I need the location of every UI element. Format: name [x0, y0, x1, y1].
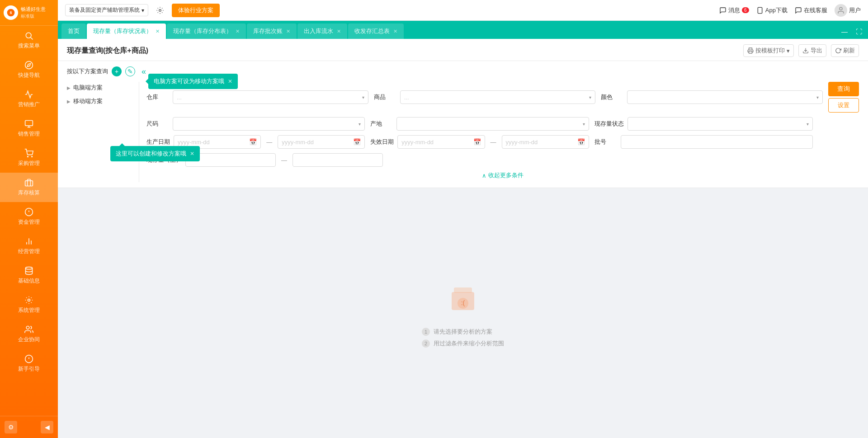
collapse-sidebar-btn[interactable]: ◀ — [41, 421, 53, 433]
tab-close-inventory-dist[interactable]: ✕ — [236, 28, 240, 34]
origin-dropdown-icon: ▾ — [583, 122, 585, 127]
empty-icon: :( — [443, 278, 483, 320]
filter-body: ▶ 电脑端方案 ▶ 移动端方案 — [67, 82, 859, 182]
print-btn[interactable]: 按模板打印 ▾ — [743, 44, 794, 57]
tip-num-2: 2 — [422, 339, 430, 348]
collapse-filter-btn[interactable]: ∧ 收起更多条件 — [146, 169, 859, 182]
filter-label: 按以下方案查询 — [67, 67, 108, 75]
warehouse-select[interactable]: ... ▾ — [173, 90, 368, 104]
tip-text-2: 用过滤条件来缩小分析范围 — [434, 339, 504, 348]
tab-actions: — ⛶ — [839, 26, 864, 39]
produce-date-end[interactable]: yyyy-mm-dd 📅 — [278, 135, 365, 149]
svg-rect-28 — [749, 51, 752, 53]
edit-scheme-btn[interactable]: ✎ — [125, 66, 135, 76]
sidebar-item-quick[interactable]: 快捷导航 — [0, 55, 58, 85]
sidebar-item-enterprise[interactable]: 企业协同 — [0, 320, 58, 349]
batch-input[interactable] — [621, 135, 813, 149]
user-area[interactable]: 用户 — [835, 4, 861, 17]
goods-dropdown-icon: ▾ — [589, 95, 591, 100]
expire-date-start[interactable]: yyyy-mm-dd 📅 — [397, 135, 485, 149]
app-download-label: App下载 — [765, 6, 788, 14]
add-scheme-btn[interactable]: + — [112, 66, 122, 76]
logo-text: 畅通好生意 — [21, 6, 46, 13]
user-label: 用户 — [849, 6, 861, 14]
sidebar-item-finance[interactable]: 资金管理 — [0, 202, 58, 231]
origin-select[interactable]: ▾ — [396, 117, 589, 131]
sidebar-item-system[interactable]: 系统管理 — [0, 290, 58, 320]
tab-close-in-out-flow[interactable]: ✕ — [337, 28, 341, 34]
arrow-icon: ▶ — [67, 85, 71, 90]
svg-text:6: 6 — [10, 10, 12, 15]
filter-row-3: 生产日期 yyyy-mm-dd 📅 — yyyy-mm-dd 📅 — [146, 135, 859, 149]
tab-batch-account[interactable]: 库存批次账 ✕ — [247, 24, 297, 39]
content-area: 现存量查询(按仓库+商品) 按模板打印 ▾ 导出 刷新 — [58, 39, 868, 438]
online-support-label: 在线客服 — [804, 6, 827, 14]
refresh-btn[interactable]: 刷新 — [831, 44, 859, 57]
sidebar: 6 畅通好生意 标准版 搜索菜单 快捷导航 营销推广 销售管理 采购管理 — [0, 0, 58, 438]
arrow-icon-2: ▶ — [67, 99, 71, 104]
scheme-group-desktop-header[interactable]: ▶ 电脑端方案 — [67, 82, 133, 94]
warehouse-dropdown-icon: ▾ — [362, 95, 364, 100]
goods-select[interactable]: ... ▾ — [400, 90, 596, 104]
app-name-dropdown[interactable]: 装备及固定资产辅助管理系统 ▾ — [65, 4, 148, 16]
collapse-label: 收起更多条件 — [488, 171, 524, 179]
filter-field-origin: 产地 ▾ — [370, 117, 589, 131]
tab-inventory-status[interactable]: 现存量（库存状况表） ✕ — [87, 24, 166, 39]
svg-point-19 — [28, 299, 30, 301]
filter-field-size: 尺码 ▾ — [146, 117, 365, 131]
tab-in-out-flow[interactable]: 出入库流水 ✕ — [297, 24, 347, 39]
app-download-btn[interactable]: App下载 — [756, 6, 788, 14]
empty-tip-1: 1 请先选择要分析的方案 — [422, 328, 504, 336]
industry-btn[interactable]: 体验行业方案 — [172, 4, 220, 17]
tab-home[interactable]: 首页 — [61, 24, 86, 39]
msg-btn[interactable]: 消息 6 — [719, 6, 749, 14]
main-area: 装备及固定资产辅助管理系统 ▾ 体验行业方案 消息 6 App下载 在线客服 — [58, 0, 868, 438]
print-dropdown-icon: ▾ — [787, 47, 790, 54]
svg-marker-5 — [27, 63, 30, 66]
filter-row-4: 现存量（主） — — [146, 153, 859, 167]
tab-close-batch-account[interactable]: ✕ — [286, 28, 290, 34]
scheme-group-mobile-label: 移动端方案 — [73, 97, 103, 105]
sidebar-item-search[interactable]: 搜索菜单 — [0, 26, 58, 55]
sidebar-footer: ⚙ ◀ — [0, 416, 58, 438]
tab-maximize-btn[interactable]: ⛶ — [854, 26, 864, 37]
date-range-sep: — — [264, 139, 274, 146]
settings-footer-btn[interactable]: ⚙ — [5, 421, 17, 433]
filter-field-goods: 商品 ... ▾ — [374, 90, 596, 104]
print-label: 按模板打印 — [755, 47, 785, 55]
sidebar-item-inventory[interactable]: 库存核算 — [0, 173, 58, 202]
tab-close-inventory-status[interactable]: ✕ — [156, 28, 160, 34]
tab-collect-summary[interactable]: 收发存汇总表 ✕ — [348, 24, 404, 39]
svg-point-20 — [26, 326, 29, 330]
back-btn[interactable]: « — [139, 66, 149, 76]
sidebar-item-guide[interactable]: 新手引导 — [0, 349, 58, 378]
tooltip-edit-close[interactable]: ✕ — [190, 151, 194, 157]
tab-close-collect-summary[interactable]: ✕ — [393, 28, 397, 34]
sidebar-item-sales[interactable]: 销售管理 — [0, 114, 58, 143]
export-btn[interactable]: 导出 — [798, 44, 826, 57]
sidebar-item-marketing[interactable]: 营销推广 — [0, 85, 58, 114]
topbar-settings-btn[interactable] — [154, 4, 166, 17]
expire-date-end[interactable]: yyyy-mm-dd 📅 — [502, 135, 589, 149]
scheme-tree: ▶ 电脑端方案 ▶ 移动端方案 — [67, 82, 139, 182]
search-btn-group: 查询 设置 — [828, 82, 859, 113]
sidebar-item-basic[interactable]: 基础信息 — [0, 261, 58, 290]
search-btn[interactable]: 查询 — [828, 82, 859, 96]
reset-btn[interactable]: 设置 — [828, 98, 859, 113]
logo-area: 6 畅通好生意 标准版 — [0, 0, 58, 26]
online-support-btn[interactable]: 在线客服 — [795, 6, 827, 14]
size-select[interactable]: ▾ — [173, 117, 365, 131]
tooltip-scheme-close[interactable]: ✕ — [228, 78, 232, 85]
filter-field-batch: 批号 — [594, 135, 813, 149]
tab-minimize-btn[interactable]: — — [839, 26, 850, 37]
color-select[interactable]: ▾ — [627, 90, 823, 104]
scheme-group-mobile-header[interactable]: ▶ 移动端方案 — [67, 95, 133, 107]
sidebar-item-operation[interactable]: 经营管理 — [0, 231, 58, 261]
produce-date-label: 生产日期 — [146, 138, 170, 146]
stock-qty-end[interactable] — [292, 153, 383, 167]
stock-status-select[interactable]: ▾ — [627, 117, 813, 131]
sidebar-item-purchase[interactable]: 采购管理 — [0, 143, 58, 173]
stock-status-dropdown-icon: ▾ — [807, 122, 809, 127]
filter-area: 按以下方案查询 + ✎ « ▶ 电脑端方案 — [58, 61, 868, 188]
tab-inventory-dist[interactable]: 现存量（库存分布表） ✕ — [167, 24, 246, 39]
